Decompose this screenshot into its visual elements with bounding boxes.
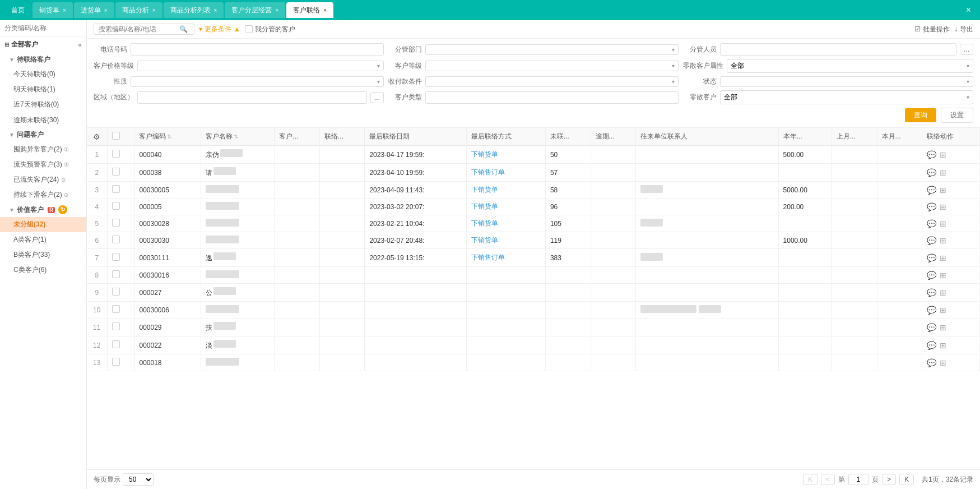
- reset-button[interactable]: 设置: [941, 108, 973, 123]
- row-checkbox[interactable]: [112, 340, 120, 348]
- manager-input[interactable]: [720, 43, 956, 56]
- grid-action-icon[interactable]: ⊞: [940, 150, 946, 159]
- prev-page-btn[interactable]: <: [821, 474, 835, 485]
- sidebar-item-ungrouped[interactable]: 未分组(32): [0, 217, 86, 232]
- grid-action-icon[interactable]: ⊞: [940, 323, 946, 332]
- grid-action-icon[interactable]: ⊞: [940, 186, 946, 195]
- tab-sales-close[interactable]: ×: [63, 7, 66, 13]
- row-checkbox[interactable]: [112, 202, 120, 210]
- sidebar-item-tomorrow-contact[interactable]: 明天待联络(1): [0, 82, 86, 97]
- retail-attr-select[interactable]: 全部 ▾: [727, 59, 973, 73]
- status-select[interactable]: ▾: [720, 76, 973, 87]
- grid-action-icon[interactable]: ⊞: [940, 306, 946, 315]
- sidebar-item-class-c[interactable]: C类客户(6): [0, 262, 86, 278]
- next-page-btn[interactable]: >: [882, 474, 896, 485]
- chat-icon[interactable]: 💬: [927, 288, 936, 297]
- contact-method-link[interactable]: 下销货单: [471, 150, 498, 158]
- chat-icon[interactable]: 💬: [927, 306, 936, 315]
- grid-action-icon[interactable]: ⊞: [940, 168, 946, 177]
- row-checkbox[interactable]: [112, 219, 120, 227]
- chat-icon[interactable]: 💬: [927, 341, 936, 350]
- sidebar-item-class-a[interactable]: A类客户(1): [0, 232, 86, 247]
- contact-method-link[interactable]: 下销货单: [471, 186, 498, 193]
- price-grade-select[interactable]: ▾: [137, 61, 384, 71]
- grid-action-icon[interactable]: ⊞: [940, 271, 946, 280]
- sidebar-item-hoarding-abnormal[interactable]: 囤购异常客户(2) ②: [0, 142, 86, 157]
- tab-sales[interactable]: 销货单 ×: [32, 2, 73, 18]
- tab-customer-tier[interactable]: 客户分层经营 ×: [225, 2, 285, 18]
- grid-action-icon[interactable]: ⊞: [940, 288, 946, 297]
- first-page-btn[interactable]: K: [803, 474, 818, 485]
- sidebar-item-7day-contact[interactable]: 近7天待联络(0): [0, 97, 86, 112]
- refresh-icon[interactable]: ↻: [58, 205, 67, 214]
- my-customer-filter[interactable]: 我分管的客户: [245, 25, 295, 34]
- sidebar-search-input[interactable]: [4, 24, 87, 32]
- row-checkbox[interactable]: [112, 322, 120, 330]
- collapse-icon[interactable]: «: [78, 41, 82, 49]
- grid-action-icon[interactable]: ⊞: [940, 236, 946, 245]
- chat-icon[interactable]: 💬: [927, 150, 936, 159]
- query-button[interactable]: 查询: [905, 108, 936, 122]
- chat-icon[interactable]: 💬: [927, 168, 936, 177]
- customer-type-input[interactable]: [425, 91, 679, 104]
- batch-operation-btn[interactable]: ☑ 批量操作: [914, 25, 950, 34]
- sidebar-item-declining[interactable]: 持续下滑客户(2) ⊙: [0, 187, 86, 202]
- row-checkbox[interactable]: [112, 305, 120, 313]
- tab-product-analysis-list[interactable]: 商品分析列表 ×: [164, 2, 224, 18]
- tab-customer-contact[interactable]: 客户联络 ×: [286, 2, 333, 18]
- contact-method-link[interactable]: 下销售订单: [471, 253, 505, 261]
- col-name-sort[interactable]: 客户名称: [206, 132, 238, 141]
- grid-action-icon[interactable]: ⊞: [940, 202, 946, 211]
- my-customer-checkbox[interactable]: [245, 25, 253, 33]
- group-value-customers[interactable]: ▼ 价值客户 R ↻: [0, 203, 86, 217]
- col-code-sort[interactable]: 客户编码: [139, 132, 171, 141]
- chat-icon[interactable]: 💬: [927, 219, 936, 228]
- row-checkbox[interactable]: [112, 288, 120, 296]
- tab-product-analysis[interactable]: 商品分析 ×: [115, 2, 162, 18]
- region-more-btn[interactable]: ...: [370, 92, 384, 103]
- per-page-select[interactable]: 50 20 100: [123, 473, 154, 486]
- page-number-input[interactable]: [848, 474, 868, 485]
- tab-product-analysis-close[interactable]: ×: [152, 7, 156, 13]
- dept-select[interactable]: ▾: [425, 44, 679, 55]
- tab-purchase[interactable]: 进货单 ×: [74, 2, 114, 18]
- row-checkbox[interactable]: [112, 358, 120, 366]
- row-checkbox[interactable]: [112, 253, 120, 261]
- chat-icon[interactable]: 💬: [927, 271, 936, 280]
- tab-customer-contact-close[interactable]: ×: [323, 7, 327, 13]
- filter-search-input[interactable]: [99, 25, 177, 33]
- row-checkbox[interactable]: [112, 150, 120, 158]
- sidebar-item-overdue-contact[interactable]: 逾期未联络(30): [0, 113, 86, 128]
- chat-icon[interactable]: 💬: [927, 236, 936, 245]
- contact-method-link[interactable]: 下销货单: [471, 202, 498, 210]
- sidebar-all-customers[interactable]: ⊞ 全部客户 «: [0, 36, 86, 53]
- sidebar-item-today-contact[interactable]: 今天待联络(0): [0, 67, 86, 82]
- tab-customer-tier-close[interactable]: ×: [275, 7, 278, 13]
- tab-purchase-close[interactable]: ×: [104, 7, 108, 13]
- export-btn[interactable]: ↓ 导出: [954, 25, 973, 34]
- manager-more-btn[interactable]: ...: [960, 44, 973, 55]
- contact-method-link[interactable]: 下销售订单: [471, 168, 505, 176]
- region-input[interactable]: [137, 91, 367, 104]
- chat-icon[interactable]: 💬: [927, 358, 936, 367]
- row-checkbox[interactable]: [112, 185, 120, 193]
- filter-more-btn[interactable]: ▾ 更多条件 ▲: [199, 25, 240, 34]
- retail-customer-select[interactable]: 全部 ▾: [720, 90, 973, 104]
- global-close-button[interactable]: ×: [962, 5, 976, 15]
- chat-icon[interactable]: 💬: [927, 253, 936, 262]
- grid-action-icon[interactable]: ⊞: [940, 341, 946, 350]
- chat-icon[interactable]: 💬: [927, 323, 936, 332]
- contact-method-link[interactable]: 下销货单: [471, 236, 498, 244]
- row-checkbox[interactable]: [112, 270, 120, 278]
- settings-icon[interactable]: ⚙: [93, 132, 100, 141]
- chat-icon[interactable]: 💬: [927, 186, 936, 195]
- row-checkbox[interactable]: [112, 236, 120, 243]
- customer-grade-select[interactable]: ▾: [425, 61, 679, 71]
- last-page-btn[interactable]: K: [899, 474, 914, 485]
- contact-method-link[interactable]: 下销货单: [471, 219, 498, 227]
- grid-action-icon[interactable]: ⊞: [940, 253, 946, 262]
- filter-search-icon[interactable]: 🔍: [179, 25, 188, 33]
- row-checkbox[interactable]: [112, 168, 120, 176]
- group-problem-customers[interactable]: ▼ 问题客户: [0, 128, 86, 142]
- sidebar-item-churned[interactable]: 已流失客户(24) ⊙: [0, 172, 86, 187]
